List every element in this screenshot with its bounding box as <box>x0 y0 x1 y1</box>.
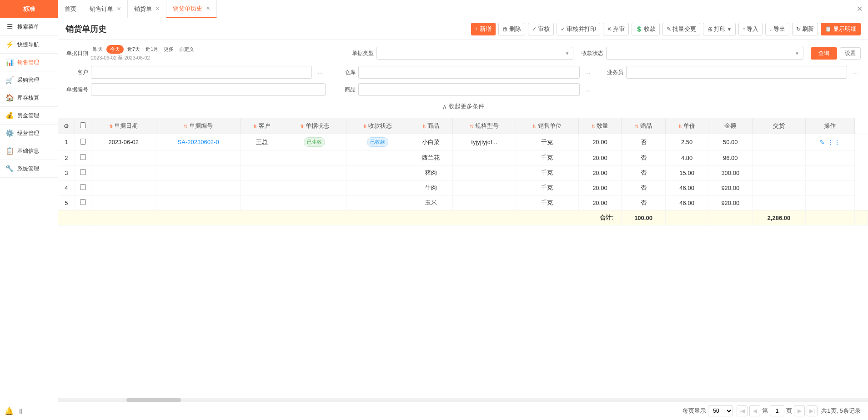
row-checkbox-input[interactable] <box>80 184 86 190</box>
collect-status-select[interactable]: ▼ <box>606 47 803 60</box>
print-button[interactable]: 🖨 打印 ▼ <box>703 23 736 35</box>
export-button[interactable]: ↓ 导出 <box>765 23 789 35</box>
col-product[interactable]: ⇅ 商品 <box>409 118 453 134</box>
sort-icon: ⇅ <box>422 124 426 129</box>
horizontal-scrollbar[interactable] <box>58 398 868 401</box>
add-button[interactable]: + 新增 <box>471 23 496 35</box>
edit-action-button[interactable]: ✎ <box>819 139 825 146</box>
refresh-icon: ↻ <box>796 26 801 32</box>
customer-input[interactable] <box>91 66 312 79</box>
row-action[interactable]: ✎⋮⋮ <box>805 134 854 150</box>
page-header: 销货单历史 + 新增 🗑 删除 ✓ 审核 ✓ <box>58 18 868 40</box>
docnumber-input[interactable] <box>91 83 326 96</box>
shortcut-today[interactable]: 今天 <box>106 45 124 54</box>
col-customer[interactable]: ⇅ 客户 <box>241 118 283 134</box>
page-size-dropdown[interactable]: 50 100 200 <box>708 405 733 416</box>
abandon-button[interactable]: ✕ 弃审 <box>603 23 629 35</box>
close-sales-delivery-tab[interactable]: ✕ <box>156 6 160 12</box>
sidebar-item-finance-mgmt[interactable]: 💰 资金管理 <box>0 107 58 125</box>
tab-sales-history[interactable]: 销货单历史 ✕ <box>166 0 217 18</box>
row-checkbox-input[interactable] <box>80 199 86 205</box>
close-sales-history-tab[interactable]: ✕ <box>206 5 210 11</box>
product-input[interactable] <box>358 83 579 96</box>
warehouse-input[interactable] <box>358 66 579 79</box>
window-close-button[interactable]: ✕ <box>857 5 863 13</box>
salesperson-ellipsis[interactable]: … <box>850 68 861 76</box>
show-detail-button[interactable]: 📋 显示明细 <box>821 23 861 35</box>
customer-ellipsis[interactable]: … <box>315 68 326 76</box>
salesperson-input[interactable] <box>626 66 847 79</box>
warehouse-ellipsis[interactable]: … <box>582 68 593 76</box>
row-checkbox-input[interactable] <box>80 169 86 175</box>
doc-type-select[interactable]: ▼ <box>376 47 574 60</box>
first-page-button[interactable]: |◀ <box>737 405 748 416</box>
row-checkbox[interactable] <box>75 195 91 210</box>
settings-icon[interactable]: ⚙ <box>64 123 69 130</box>
batch-change-button[interactable]: ✎ 批量变更 <box>662 23 700 35</box>
row-doc-number[interactable]: SA-20230602-0 <box>156 134 241 150</box>
tab-home[interactable]: 首页 <box>58 0 83 18</box>
shortcut-more[interactable]: 更多 <box>162 45 176 54</box>
col-unit[interactable]: ⇅ 销售单位 <box>516 118 578 134</box>
row-checkbox[interactable] <box>75 165 91 180</box>
next-page-button[interactable]: ▶ <box>794 405 805 416</box>
col-spec[interactable]: ⇅ 规格型号 <box>453 118 516 134</box>
audit-button[interactable]: ✓ 审核 <box>528 23 554 35</box>
audit-print-button[interactable]: ✓ 审核并打印 <box>557 23 600 35</box>
shortcut-custom[interactable]: 自定义 <box>177 45 196 54</box>
page-label: 页 <box>786 407 792 415</box>
col-quantity[interactable]: ⇅ 数量 <box>579 118 622 134</box>
select-all-checkbox[interactable] <box>80 122 86 128</box>
delete-button[interactable]: 🗑 删除 <box>498 23 525 35</box>
settings-button[interactable]: 设置 <box>840 47 861 60</box>
filter-product-item: 商品 … <box>333 83 593 96</box>
row-checkbox[interactable] <box>75 180 91 195</box>
row-checkbox-input[interactable] <box>80 139 86 145</box>
sidebar-item-system-mgmt[interactable]: 🔧 系统管理 <box>0 160 58 178</box>
more-action-button[interactable]: ⋮⋮ <box>828 139 840 146</box>
row-checkbox[interactable] <box>75 150 91 165</box>
prev-page-button[interactable]: ◀ <box>749 405 760 416</box>
tab-sales-order[interactable]: 销售订单 ✕ <box>83 0 128 18</box>
tab-sales-delivery[interactable]: 销货单 ✕ <box>128 0 166 18</box>
sidebar-item-operation-mgmt[interactable]: ⚙️ 经营管理 <box>0 125 58 142</box>
notification-icon[interactable]: 🔔 <box>5 407 14 415</box>
delete-icon: 🗑 <box>502 26 508 32</box>
product-ellipsis[interactable]: … <box>582 85 593 94</box>
col-gift[interactable]: ⇅ 赠品 <box>621 118 665 134</box>
shortcut-7days[interactable]: 近7天 <box>125 45 142 54</box>
refresh-button[interactable]: ↻ 刷新 <box>792 23 818 35</box>
page-number-input[interactable] <box>770 405 784 416</box>
row-checkbox[interactable] <box>75 134 91 150</box>
close-sales-order-tab[interactable]: ✕ <box>117 6 121 12</box>
doc-number-link[interactable]: SA-20230602-0 <box>178 139 219 145</box>
col-collect-status[interactable]: ⇅ 收款状态 <box>346 118 409 134</box>
sidebar-item-quick-nav[interactable]: ⚡ 快捷导航 <box>0 36 58 54</box>
sidebar-item-search-menu[interactable]: ☰ 搜索菜单 <box>0 18 58 36</box>
collapse-button[interactable]: ∧ 收起更多条件 <box>65 100 861 112</box>
import-button[interactable]: ↑ 导入 <box>738 23 763 35</box>
query-button[interactable]: 查询 <box>811 47 837 60</box>
scrollbar-thumb[interactable] <box>126 398 181 402</box>
pause-icon[interactable]: ⏸ <box>17 407 25 415</box>
shortcut-1month[interactable]: 近1月 <box>144 45 160 54</box>
col-date[interactable]: ⇅ 单据日期 <box>91 118 156 134</box>
col-settings[interactable]: ⚙ <box>58 118 75 134</box>
row-transaction <box>753 180 805 195</box>
row-date <box>91 180 156 195</box>
col-doc-status[interactable]: ⇅ 单据状态 <box>283 118 346 134</box>
sidebar-item-sales-mgmt[interactable]: 📊 销售管理 <box>0 54 58 71</box>
col-unit-price[interactable]: ⇅ 单价 <box>666 118 708 134</box>
row-collect-status <box>346 195 409 210</box>
last-page-button[interactable]: ▶| <box>807 405 818 416</box>
sort-icon: ⇅ <box>363 124 367 129</box>
row-checkbox-input[interactable] <box>80 154 86 160</box>
row-num: 1 <box>58 134 75 150</box>
print-dropdown-arrow[interactable]: ▼ <box>727 27 732 32</box>
shortcut-yesterday[interactable]: 昨天 <box>91 45 105 54</box>
sidebar-item-basic-info[interactable]: 📋 基础信息 <box>0 142 58 160</box>
col-doc-number[interactable]: ⇅ 单据编号 <box>156 118 241 134</box>
sidebar-item-inventory-calc[interactable]: 🏠 库存核算 <box>0 89 58 107</box>
sidebar-item-purchase-mgmt[interactable]: 🛒 采购管理 <box>0 71 58 89</box>
collect-button[interactable]: 💲 收款 <box>632 23 660 35</box>
